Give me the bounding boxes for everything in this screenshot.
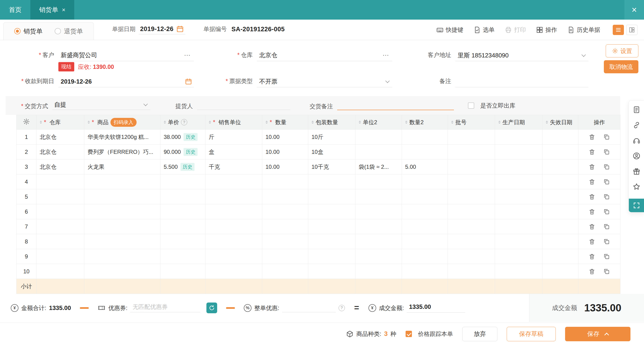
delete-row-icon[interactable] [589,164,595,170]
delete-row-icon[interactable] [589,253,595,260]
due-date-input[interactable] [61,78,185,85]
cell-product[interactable]: 费列罗（FERRERO）巧... [84,144,160,160]
column-header-包装数量[interactable]: 包装数量 [308,115,356,130]
cell-unit2[interactable] [356,189,402,204]
abandon-button[interactable]: 放弃 [462,327,497,341]
cell-pack-qty[interactable]: 10千克 [308,160,356,174]
chevron-down-icon[interactable] [582,52,586,57]
cell-batch[interactable] [448,234,495,249]
cell-price[interactable] [160,174,206,189]
tab-sales-order[interactable]: 销货单 × [30,0,74,20]
cell-unit[interactable] [206,249,262,264]
tab-close-icon[interactable]: × [62,6,66,14]
sort-icon[interactable] [88,120,90,125]
column-header-商品[interactable]: *商品扫码录入 [84,115,160,130]
cell-unit[interactable] [206,189,262,204]
cell-warehouse[interactable]: 北京仓 [36,144,84,160]
remark-input[interactable] [458,78,586,85]
copy-row-icon[interactable] [603,224,610,230]
cell-unit[interactable] [206,174,262,189]
cell-product[interactable] [84,219,160,234]
warehouse-picker-icon[interactable]: ⋯ [382,51,390,59]
cell-qty2[interactable] [402,144,448,160]
cell-unit2[interactable]: 袋(1袋 ≈ 2... [356,160,402,174]
cell-warehouse[interactable] [36,264,84,279]
cell-pack-qty[interactable]: 10盒 [308,144,356,160]
delete-row-icon[interactable] [589,224,595,230]
cell-qty2[interactable] [402,130,448,144]
cell-exp-date[interactable] [542,219,578,234]
cell-pack-qty[interactable] [308,249,356,264]
cell-unit2[interactable] [356,249,402,264]
cell-unit[interactable]: 千克 [206,160,262,174]
grid-view-button[interactable] [626,25,638,35]
cell-batch[interactable] [448,264,495,279]
column-header-数量2[interactable]: 数量2 [402,115,448,130]
cell-prod-date[interactable] [495,219,542,234]
star-icon[interactable] [632,183,640,191]
copy-row-icon[interactable] [603,268,610,275]
delete-row-icon[interactable] [589,238,595,245]
chevron-down-icon[interactable] [143,102,148,106]
cell-prod-date[interactable] [495,249,542,264]
cell-warehouse[interactable] [36,189,84,204]
invoice-type-select[interactable] [259,78,386,85]
cell-pack-qty[interactable]: 10斤 [308,130,356,144]
gift-icon[interactable] [632,167,640,175]
warehouse-input[interactable] [259,52,382,59]
chevron-down-icon[interactable] [385,79,390,83]
cell-pack-qty[interactable] [308,264,356,279]
cell-exp-date[interactable] [542,144,578,160]
cell-exp-date[interactable] [542,130,578,144]
cell-prod-date[interactable] [495,144,542,160]
gear-icon[interactable] [23,118,30,125]
cell-warehouse[interactable]: 北京仓 [36,130,84,144]
column-header-生产日期[interactable]: 生产日期 [495,115,542,130]
cell-unit[interactable] [206,264,262,279]
cell-qty2[interactable]: 5.00 [402,160,448,174]
cell-pack-qty[interactable] [308,219,356,234]
cell-qty[interactable] [262,234,308,249]
cell-exp-date[interactable] [542,189,578,204]
cell-qty[interactable] [262,264,308,279]
cell-unit[interactable] [206,204,262,219]
help-icon[interactable]: ? [181,119,187,125]
delete-row-icon[interactable] [589,268,595,275]
cell-unit2[interactable] [356,144,402,160]
help-icon[interactable]: ? [338,305,345,311]
column-header-仓库[interactable]: *仓库 [36,115,84,130]
save-draft-button[interactable]: 保存草稿 [507,327,556,341]
picker-input[interactable] [199,101,288,108]
customer-picker-icon[interactable]: ⋯ [183,51,192,59]
cell-prod-date[interactable] [495,130,542,144]
cell-unit2[interactable] [356,204,402,219]
cancel-logistics-button[interactable]: 取消物流 [604,60,638,73]
delivery-remark-input[interactable] [339,101,452,108]
tab-home[interactable]: 首页 [0,0,30,20]
refresh-coupon-button[interactable] [206,302,217,313]
cell-price[interactable]: 5.500历史 [160,160,206,174]
sort-icon[interactable] [498,120,501,125]
cell-unit[interactable] [206,219,262,234]
cell-price[interactable] [160,219,206,234]
cell-product[interactable]: 华美华夫软饼1200g 糕... [84,130,160,144]
column-header-失效日期[interactable]: 失效日期 [542,115,578,130]
radio-return-order[interactable]: 退货单 [55,27,83,36]
cell-unit[interactable]: 斤 [206,130,262,144]
column-header-批号[interactable]: 批号 [448,115,495,130]
cell-price[interactable] [160,234,206,249]
customer-input[interactable] [61,52,183,59]
cell-pack-qty[interactable] [308,204,356,219]
sort-icon[interactable] [405,120,408,125]
toolbar-action-历史单据[interactable]: 历史单据 [568,26,600,34]
sort-icon[interactable] [359,120,361,125]
cell-batch[interactable] [448,144,495,160]
cell-qty2[interactable] [402,249,448,264]
column-header-数量[interactable]: *数量 [262,115,308,130]
customer-address-input[interactable] [458,52,582,59]
cell-exp-date[interactable] [542,249,578,264]
copy-row-icon[interactable] [603,134,610,140]
cell-warehouse[interactable] [36,219,84,234]
cell-unit2[interactable] [356,234,402,249]
delete-row-icon[interactable] [589,208,595,215]
